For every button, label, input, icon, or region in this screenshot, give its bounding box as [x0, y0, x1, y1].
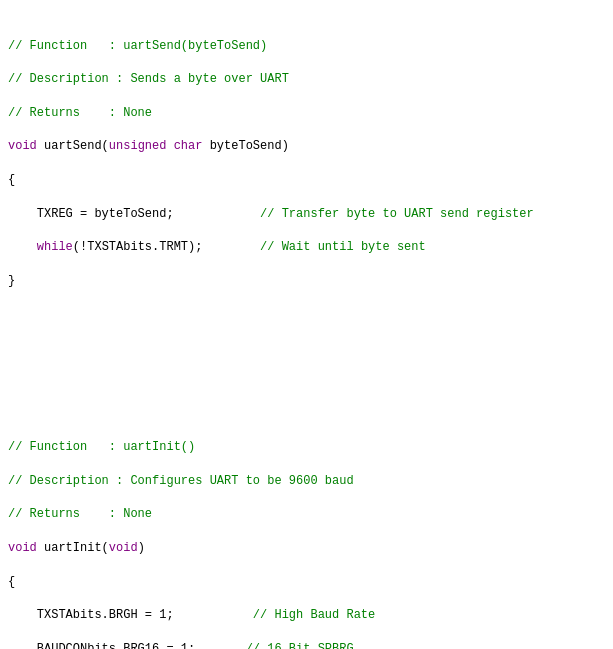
brace: {	[8, 575, 15, 589]
code-line: BAUDCONbits.BRG16 = 1;	[8, 642, 246, 649]
comment-line: // Function : uartInit()	[8, 440, 195, 454]
blank-spacer	[8, 327, 605, 341]
code-text: )	[138, 541, 145, 555]
code-line: (!TXSTAbits.TRMT);	[73, 240, 260, 254]
inline-comment: // Transfer byte to UART send register	[260, 207, 534, 221]
section-uartInit: // Function : uartInit() // Description …	[8, 406, 605, 649]
inline-comment: // Wait until byte sent	[260, 240, 426, 254]
code-text: uartInit(	[37, 541, 109, 555]
blank-spacer	[8, 358, 605, 372]
comment-line: // Returns : None	[8, 507, 152, 521]
inline-comment: // High Baud Rate	[253, 608, 375, 622]
comment-line: // Description : Sends a byte over UART	[8, 72, 289, 86]
keyword-void2: void	[109, 541, 138, 555]
keyword-unsigned: unsigned	[109, 139, 167, 153]
keyword-char: char	[174, 139, 203, 153]
code-text: uartSend(	[37, 139, 109, 153]
brace: {	[8, 173, 15, 187]
code-text: byteToSend)	[202, 139, 288, 153]
keyword-void: void	[8, 139, 37, 153]
keyword-while: while	[37, 240, 73, 254]
code-line	[8, 240, 37, 254]
comment-line: // Returns : None	[8, 106, 152, 120]
code-text	[166, 139, 173, 153]
inline-comment: // 16 Bit SPBRG	[246, 642, 354, 649]
section-uartSend: // Function : uartSend(byteToSend) // De…	[8, 21, 605, 290]
comment-line: // Description : Configures UART to be 9…	[8, 474, 354, 488]
comment-line: // Function : uartSend(byteToSend)	[8, 39, 267, 53]
code-editor: // Function : uartSend(byteToSend) // De…	[0, 0, 613, 649]
code-line: TXREG = byteToSend;	[8, 207, 260, 221]
code-line: TXSTAbits.BRGH = 1;	[8, 608, 253, 622]
keyword-void: void	[8, 541, 37, 555]
brace: }	[8, 274, 15, 288]
